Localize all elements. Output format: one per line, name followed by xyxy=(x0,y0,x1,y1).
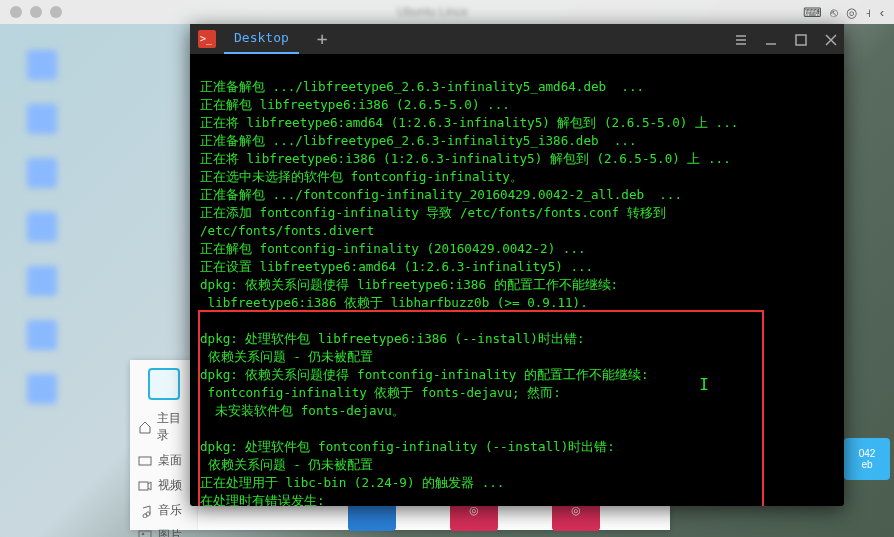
menubar-tray: ⌨︎ ⎋ ◎ ⫞ ‹ xyxy=(803,5,884,20)
terminal-line: dpkg: 依赖关系问题使得 fontconfig-infinality 的配置… xyxy=(200,367,648,382)
sidebar-item-video[interactable]: 视频 xyxy=(130,473,197,498)
sidebar-item-label: 视频 xyxy=(158,477,182,494)
terminal-line: 正准备解包 .../libfreetype6_2.6.3-infinality5… xyxy=(200,133,637,148)
side-file-label: 042 xyxy=(859,448,876,459)
terminal-line: dpkg: 依赖关系问题使得 libfreetype6:i386 的配置工作不能… xyxy=(200,277,618,292)
music-icon xyxy=(138,504,152,518)
terminal-line: 正在选中未选择的软件包 fontconfig-infinality。 xyxy=(200,169,523,184)
switch-icon[interactable]: ⫞ xyxy=(865,5,872,20)
file-manager-sidebar: 主目录 桌面 视频 音乐 图片 文档 下载 xyxy=(130,360,198,530)
chevron-icon[interactable]: ‹ xyxy=(880,5,884,20)
terminal-line: 正在将 libfreetype6:i386 (1:2.6.3-infinalit… xyxy=(200,151,731,166)
sidebar-item-label: 音乐 xyxy=(158,502,182,519)
window-traffic-lights[interactable] xyxy=(10,6,62,18)
terminal-line: dpkg: 处理软件包 fontconfig-infinality (--ins… xyxy=(200,439,615,454)
terminal-line: 正在添加 fontconfig-infinality 导致 /etc/fonts… xyxy=(200,205,673,238)
usb-icon[interactable]: ⎋ xyxy=(830,5,838,20)
maximize-icon[interactable] xyxy=(794,33,806,45)
terminal-line: 未安装软件包 fonts-dejavu。 xyxy=(200,403,405,418)
home-icon xyxy=(138,420,151,434)
terminal-line: libfreetype6:i386 依赖于 libharfbuzz0b (>= … xyxy=(200,295,588,310)
circle-icon[interactable]: ◎ xyxy=(846,5,857,20)
terminal-line: dpkg: 处理软件包 libfreetype6:i386 (--install… xyxy=(200,331,585,346)
terminal-line: 依赖关系问题 - 仍未被配置 xyxy=(200,457,373,472)
minimize-icon[interactable] xyxy=(764,33,776,45)
svg-rect-0 xyxy=(139,457,151,465)
terminal-line: 正准备解包 .../libfreetype6_2.6.3-infinality5… xyxy=(200,79,644,94)
video-icon xyxy=(138,479,152,493)
new-tab-button[interactable]: + xyxy=(317,30,328,48)
svg-rect-2 xyxy=(139,531,151,538)
sidebar-item-label: 主目录 xyxy=(157,410,189,444)
terminal-line: 正在解包 libfreetype6:i386 (2.6.5-5.0) ... xyxy=(200,97,510,112)
terminal-line: 正在解包 fontconfig-infinality (20160429.004… xyxy=(200,241,586,256)
keyboard-icon[interactable]: ⌨︎ xyxy=(803,5,822,20)
terminal-line: fontconfig-infinality 依赖于 fonts-dejavu; … xyxy=(200,385,561,400)
picture-icon xyxy=(138,529,152,538)
dock-app-icon[interactable] xyxy=(27,320,57,350)
terminal-tab[interactable]: Desktop xyxy=(224,24,299,54)
terminal-line: 依赖关系问题 - 仍未被配置 xyxy=(200,349,373,364)
svg-point-3 xyxy=(142,532,145,535)
terminal-app-icon xyxy=(198,30,216,48)
home-hero-icon[interactable] xyxy=(148,368,180,400)
sidebar-item-label: 图片 xyxy=(158,527,182,537)
terminal-line: 在处理时有错误发生: xyxy=(200,493,325,506)
dock-app-icon[interactable] xyxy=(27,50,57,80)
terminal-line: 正准备解包 .../fontconfig-infinality_20160429… xyxy=(200,187,682,202)
terminal-line: 正在将 libfreetype6:amd64 (1:2.6.3-infinali… xyxy=(200,115,738,130)
close-icon[interactable] xyxy=(824,33,836,45)
menubar-title-blur: Ubuntu Linux xyxy=(70,5,795,19)
traffic-yellow-icon[interactable] xyxy=(30,6,42,18)
sidebar-item-picture[interactable]: 图片 xyxy=(130,523,197,537)
sidebar-item-music[interactable]: 音乐 xyxy=(130,498,197,523)
terminal-line: 正在设置 libfreetype6:amd64 (1:2.6.3-infinal… xyxy=(200,259,593,274)
terminal-titlebar[interactable]: Desktop + xyxy=(190,24,844,54)
terminal-line: 正在处理用于 libc-bin (2.24-9) 的触发器 ... xyxy=(200,475,504,490)
sidebar-item-home[interactable]: 主目录 xyxy=(130,406,197,448)
dock-app-icon[interactable] xyxy=(27,266,57,296)
menubar: Ubuntu Linux ⌨︎ ⎋ ◎ ⫞ ‹ xyxy=(0,0,894,24)
dock-app-icon[interactable] xyxy=(27,104,57,134)
dock-app-icon[interactable] xyxy=(27,374,57,404)
menu-icon[interactable] xyxy=(734,33,746,45)
side-file-label: eb xyxy=(861,459,872,470)
side-app-tile[interactable]: 042 eb xyxy=(844,438,890,480)
desktop-icon xyxy=(138,454,152,468)
text-caret-icon: I xyxy=(699,376,709,394)
traffic-red-icon[interactable] xyxy=(10,6,22,18)
sidebar-item-desktop[interactable]: 桌面 xyxy=(130,448,197,473)
terminal-body[interactable]: 正准备解包 .../libfreetype6_2.6.3-infinality5… xyxy=(190,54,844,506)
svg-rect-4 xyxy=(796,35,806,45)
traffic-green-icon[interactable] xyxy=(50,6,62,18)
dock-app-icon[interactable] xyxy=(27,158,57,188)
desktop-dock xyxy=(27,50,57,404)
sidebar-item-label: 桌面 xyxy=(158,452,182,469)
terminal-window[interactable]: Desktop + 正准备解包 .../libfreetype6_2.6.3-i… xyxy=(190,24,844,506)
dock-app-icon[interactable] xyxy=(27,212,57,242)
svg-rect-1 xyxy=(139,482,148,490)
